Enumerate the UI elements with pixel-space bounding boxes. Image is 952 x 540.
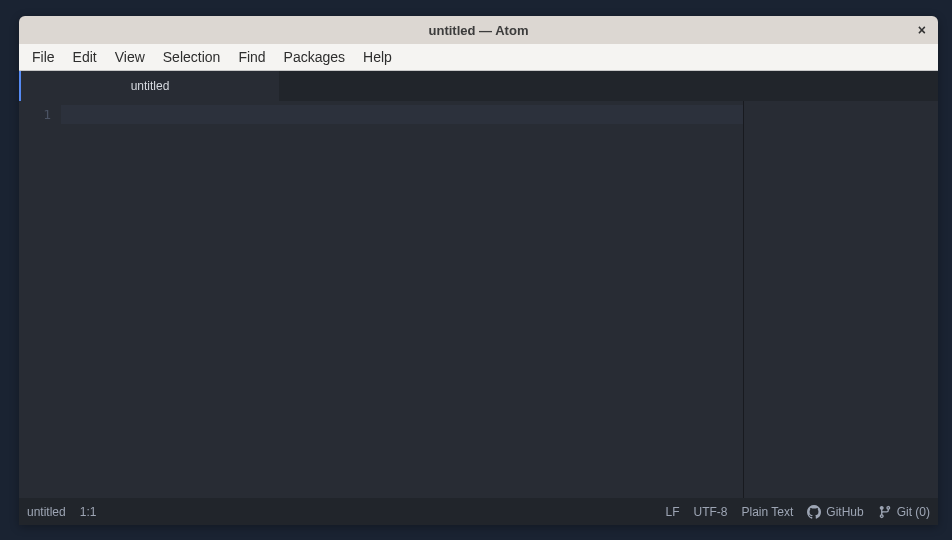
tab-untitled[interactable]: untitled <box>19 71 279 101</box>
git-branch-icon <box>878 505 892 519</box>
gutter[interactable]: 1 <box>19 101 61 498</box>
status-filename[interactable]: untitled <box>27 505 66 519</box>
menu-packages[interactable]: Packages <box>275 45 354 69</box>
status-encoding[interactable]: UTF-8 <box>693 505 727 519</box>
window-title: untitled — Atom <box>429 23 529 38</box>
tab-label: untitled <box>131 79 170 93</box>
status-git-label: Git (0) <box>897 505 930 519</box>
status-grammar[interactable]: Plain Text <box>741 505 793 519</box>
editor-content <box>61 101 938 498</box>
current-line-highlight <box>61 105 743 124</box>
status-left: untitled 1:1 <box>27 505 96 519</box>
editor-area: 1 <box>19 101 938 498</box>
menu-help[interactable]: Help <box>354 45 401 69</box>
titlebar[interactable]: untitled — Atom × <box>19 16 938 44</box>
menubar: File Edit View Selection Find Packages H… <box>19 44 938 71</box>
line-number[interactable]: 1 <box>19 105 61 124</box>
status-git[interactable]: Git (0) <box>878 505 930 519</box>
atom-window: untitled — Atom × File Edit View Selecti… <box>19 16 938 525</box>
editor-text-area[interactable] <box>61 101 743 498</box>
status-right: LF UTF-8 Plain Text GitHub Git (0) <box>665 505 930 519</box>
close-icon[interactable]: × <box>914 23 930 37</box>
menu-edit[interactable]: Edit <box>64 45 106 69</box>
github-icon <box>807 505 821 519</box>
menu-view[interactable]: View <box>106 45 154 69</box>
menu-selection[interactable]: Selection <box>154 45 230 69</box>
status-github-label: GitHub <box>826 505 863 519</box>
status-line-ending[interactable]: LF <box>665 505 679 519</box>
statusbar: untitled 1:1 LF UTF-8 Plain Text GitHub … <box>19 498 938 525</box>
tabbar: untitled <box>19 71 938 101</box>
status-cursor-position[interactable]: 1:1 <box>80 505 97 519</box>
editor-side-panel <box>743 101 938 498</box>
menu-file[interactable]: File <box>23 45 64 69</box>
status-github[interactable]: GitHub <box>807 505 863 519</box>
menu-find[interactable]: Find <box>229 45 274 69</box>
